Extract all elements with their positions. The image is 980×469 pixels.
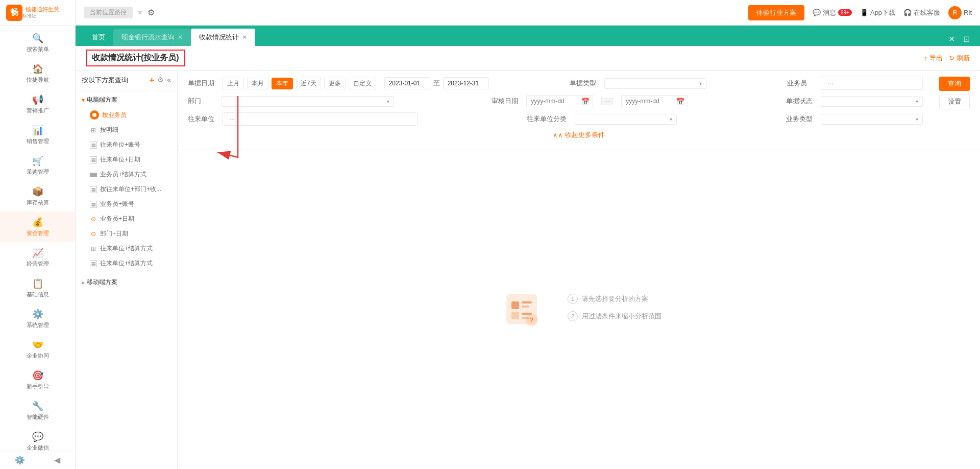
tab-home[interactable]: 首页: [84, 29, 113, 46]
filter-rows-container: 单据日期 上月 本月 本年 近7天 更多 自定义 至: [188, 77, 970, 126]
collapse-sidebar-icon[interactable]: ◀: [54, 455, 60, 465]
scheme-salesperson-account[interactable]: ▤ 业务员+账号: [84, 197, 177, 212]
sidebar-item-basic[interactable]: 📋 基础信息: [0, 273, 75, 303]
sidebar-item-purchase[interactable]: 🛒 采购管理: [0, 150, 75, 181]
sidebar-item-system[interactable]: ⚙️ 系统管理: [0, 303, 75, 334]
refresh-button[interactable]: ↻ 刷新: [949, 54, 970, 63]
sidebar-item-corp[interactable]: 🤝 企业协同: [0, 334, 75, 365]
mobile-section-arrow: ▸: [82, 279, 85, 286]
tab-cashflow-close[interactable]: ✕: [178, 34, 183, 41]
breadcrumb-arrow: ▼: [137, 9, 143, 16]
desktop-section-header[interactable]: ▾ 电脑端方案: [76, 92, 177, 107]
scheme-supplier-settle1[interactable]: ⊞ 往来单位+结算方式: [84, 241, 177, 256]
online-service-button[interactable]: 🎧 在线客服: [903, 8, 940, 17]
audit-date-from-calendar[interactable]: 📅: [578, 98, 593, 105]
sidebar-item-quicknav[interactable]: 🏠 快捷导航: [0, 58, 75, 89]
close-all-tabs-button[interactable]: ✕: [946, 32, 957, 46]
main-area: 当前位置路径 ▼ ⚙ 体验行业方案 💬 消息 99+ 📱 App下载 🎧 在线客…: [76, 0, 980, 469]
scheme-detail-label: 按明细: [100, 126, 118, 134]
audit-date-from-input[interactable]: [527, 96, 578, 107]
sidebar-label-corp: 企业协同: [27, 352, 49, 360]
scheme-salesperson-date[interactable]: ⊙ 业务员+日期: [84, 212, 177, 226]
sidebar-item-finance[interactable]: 💰 资金管理: [0, 212, 75, 242]
doc-status-label: 单据状态: [786, 97, 813, 106]
collapse-more-conditions[interactable]: ∧∧ 收起更多条件: [188, 126, 970, 144]
date-btn-7days[interactable]: 近7天: [296, 78, 321, 89]
sidebar-item-guide[interactable]: 🎯 新手引导: [0, 365, 75, 395]
date-from-input[interactable]: [384, 77, 430, 89]
section-arrow: ▾: [82, 97, 85, 104]
sidebar-label-system: 系统管理: [27, 321, 49, 329]
date-to-input[interactable]: [443, 77, 489, 89]
export-button[interactable]: ↑ 导出: [924, 54, 943, 63]
partner-category-select[interactable]: ▾: [575, 114, 677, 125]
settings-bottom-icon[interactable]: ⚙️: [15, 455, 25, 465]
partner-select[interactable]: ···: [223, 112, 418, 126]
topbar: 当前位置路径 ▼ ⚙ 体验行业方案 💬 消息 99+ 📱 App下载 🎧 在线客…: [76, 0, 980, 26]
date-btn-custom[interactable]: 自定义: [349, 78, 376, 89]
sidebar-label-quicknav: 快捷导航: [27, 76, 49, 84]
date-btn-more[interactable]: 更多: [324, 78, 346, 89]
partner-more-icon[interactable]: ···: [229, 115, 235, 123]
settings-button[interactable]: 设置: [939, 94, 970, 109]
date-btn-this-month[interactable]: 本月: [247, 78, 268, 89]
tab-receipt[interactable]: 收款情况统计 ✕: [191, 29, 255, 46]
doc-type-select[interactable]: ▾: [604, 78, 706, 89]
avatar: R: [948, 6, 962, 19]
maximize-button[interactable]: ⊡: [961, 32, 972, 46]
scheme-supplier-dept[interactable]: ▤ 按往来单位+部门+收...: [84, 182, 177, 197]
empty-content: ? 1 请先选择要分析的方案 2 用过滤条件来缩小分析范围: [496, 284, 662, 336]
audit-date-separator: —: [601, 98, 613, 105]
doc-status-select[interactable]: ▾: [821, 96, 923, 107]
scheme-supplier-date[interactable]: ▤ 往来单位+日期: [84, 152, 177, 167]
sidebar-item-inventory[interactable]: 📦 库存核算: [0, 181, 75, 212]
collapse-panel-icon[interactable]: «: [167, 76, 171, 85]
biz-type-label: 业务类型: [786, 114, 813, 124]
refresh-label: 刷新: [957, 54, 970, 63]
dept-select[interactable]: ▾: [222, 96, 394, 107]
app-download-button[interactable]: 📱 App下载: [860, 8, 895, 17]
chart-icon: 📊: [32, 125, 43, 136]
topbar-settings-icon[interactable]: ⚙: [148, 8, 155, 17]
sidebar-item-sales[interactable]: 📊 销售管理: [0, 120, 75, 150]
empty-steps: 1 请先选择要分析的方案 2 用过滤条件来缩小分析范围: [568, 284, 662, 321]
scheme-supplier-settle2[interactable]: ▤ 往来单位+结算方式: [84, 256, 177, 271]
mobile-section-header[interactable]: ▸ 移动端方案: [76, 275, 177, 290]
scheme-dept-date[interactable]: ⊙ 部门+日期: [84, 226, 177, 241]
sidebar-label-operation: 经营管理: [27, 260, 49, 268]
sidebar-item-hardware[interactable]: 🔧 智能硬件: [0, 395, 75, 426]
service-icon: 🎧: [903, 9, 912, 16]
tab-cashflow[interactable]: 现金银行流水查询 ✕: [113, 29, 191, 46]
scheme-supplier-account[interactable]: ▤ 往来单位+账号: [84, 137, 177, 152]
audit-date-to-calendar[interactable]: 📅: [673, 98, 688, 105]
query-button[interactable]: 查询: [939, 77, 970, 91]
scheme-settings-icon[interactable]: ⚙: [157, 76, 164, 85]
add-scheme-button[interactable]: +: [150, 76, 154, 85]
user-avatar[interactable]: R Rit: [948, 6, 972, 19]
filter-row-3: 往来单位 ··· 往来单位分类 ▾: [188, 112, 923, 126]
tab-receipt-close[interactable]: ✕: [242, 34, 247, 41]
sidebar-item-marketing[interactable]: 📢 营销推广: [0, 89, 75, 120]
scheme-supplier-dept-label: 按往来单位+部门+收...: [100, 185, 161, 194]
trial-button[interactable]: 体验行业方案: [748, 5, 804, 20]
salesperson-more-icon[interactable]: ···: [827, 79, 834, 87]
date-btn-this-year[interactable]: 本年: [272, 78, 293, 89]
svg-point-0: [92, 113, 96, 117]
salesperson-select[interactable]: ···: [821, 77, 923, 90]
sidebar-item-search[interactable]: 🔍 搜索菜单: [0, 28, 75, 58]
audit-date-to-input[interactable]: [622, 96, 673, 107]
scheme-by-salesperson[interactable]: 按业务员: [84, 107, 177, 123]
query-buttons-group: 查询 设置: [939, 77, 970, 109]
biz-type-select[interactable]: ▾: [821, 114, 923, 125]
date-btn-last-month[interactable]: 上月: [223, 78, 244, 89]
empty-step-1: 1 请先选择要分析的方案: [568, 294, 662, 304]
audit-date-label: 审核日期: [492, 97, 518, 106]
collapse-arrow: ∧∧: [553, 131, 563, 139]
logo-area: 畅 畅捷通好生意 标准版: [0, 0, 75, 26]
sidebar-item-wechat[interactable]: 💬 企业微信: [0, 426, 75, 451]
filter-main: 单据日期 上月 本月 本年 近7天 更多 自定义 至: [188, 77, 923, 126]
sidebar-item-operation[interactable]: 📈 经营管理: [0, 242, 75, 273]
scheme-by-detail[interactable]: ⊞ 按明细: [84, 123, 177, 137]
scheme-salesperson-settle[interactable]: 业务员+结算方式: [84, 167, 177, 182]
message-button[interactable]: 💬 消息 99+: [813, 8, 852, 17]
